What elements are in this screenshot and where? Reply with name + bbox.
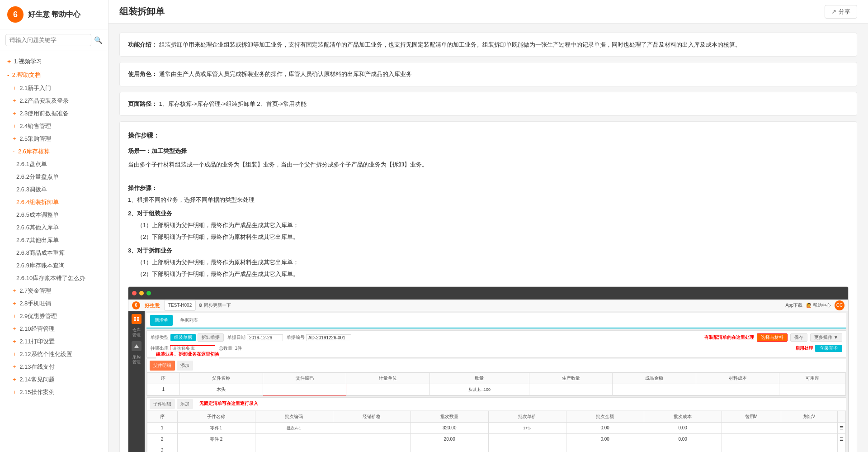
ss-top-menubar: 6 好生意 TEST-H002 ⚙ 同步更新一下 App下载 🙋 帮助中心 CC xyxy=(128,300,848,311)
sidebar-item-2-14[interactable]: + 2.14常见问题 xyxy=(0,373,108,386)
path-label: 页面路径： xyxy=(128,100,157,107)
sidebar-item-2-1[interactable]: + 2.1新手入门 xyxy=(0,82,108,95)
plus-icon-small: + xyxy=(13,123,16,129)
logo-area: 6 好生意 帮助中心 xyxy=(0,0,108,29)
ss-type-btn-disassembly[interactable]: 拆卸单据 xyxy=(198,333,224,342)
sidebar-item-2-6-6[interactable]: 2.6.6其他入库单 xyxy=(0,221,108,234)
share-button[interactable]: ↗ 分享 xyxy=(825,5,857,19)
ss-app-name: 好生意 xyxy=(145,300,160,310)
ss-add-btn[interactable]: 添加 xyxy=(177,361,193,371)
ss-ann-process: 启用处理 xyxy=(795,344,813,353)
sidebar-item-2-3[interactable]: + 2.3使用前数据准备 xyxy=(0,107,108,120)
func-intro-block: 功能介绍： 组装拆卸单用来处理企业组装或拆卸等加工业务，支持有固定装配清单的产品… xyxy=(119,33,857,57)
step3-2: （2）下部明细为子件明细，最终作为产成品生成其它入库单。 xyxy=(137,268,849,280)
sidebar-item-2-6[interactable]: - 2.6库存核算 xyxy=(0,145,108,158)
sidebar-item-2-6-7[interactable]: 2.6.7其他出库单 xyxy=(0,234,108,247)
ss-num-input[interactable] xyxy=(306,334,351,341)
th-parent-code: 父件编码 xyxy=(263,373,346,384)
ss-top-table-area: 父件明细 添加 序 父件名称 父件编码 xyxy=(146,359,846,396)
ss-tab-bar: 新增单 单据列表 xyxy=(146,313,846,328)
sidebar-item-2-6-5[interactable]: 2.6.5成本调整单 xyxy=(0,209,108,221)
table-row: 1 木头 从以上...100 xyxy=(147,384,846,395)
func-intro-label: 功能介绍： xyxy=(128,41,157,48)
ss-type-btn-assembly[interactable]: 组装单据 xyxy=(170,334,196,341)
sidebar-item-2-13[interactable]: + 2.13在线支付 xyxy=(0,361,108,373)
search-button[interactable]: 🔍 xyxy=(94,36,103,44)
sidebar-item-2-5[interactable]: + 2.5采购管理 xyxy=(0,133,108,145)
role-block: 使用角色： 通常由生产人员或库管人员完成拆装业务的操作，库管人员确认原材料的出库… xyxy=(119,62,857,86)
minus-icon-small: - xyxy=(13,148,14,155)
sidebar-item-2-8[interactable]: + 2.8手机旺铺 xyxy=(0,297,108,310)
sidebar-item-2-2[interactable]: + 2.2产品安装及登录 xyxy=(0,95,108,107)
th-no: 序 xyxy=(147,373,180,384)
app-logo: 6 xyxy=(7,6,24,23)
ss-link-help: 🙋 帮助中心 xyxy=(806,301,831,310)
scene1-title: 场景一：加工类型选择 xyxy=(128,145,849,157)
ss-date-label: 单据日期 xyxy=(227,333,245,342)
svg-rect-1 xyxy=(137,317,139,319)
op-steps-title: 操作步骤： xyxy=(128,129,849,142)
sidebar-item-2-4[interactable]: + 2.4销售管理 xyxy=(0,120,108,133)
sidebar-item-2-15[interactable]: + 2.15操作案例 xyxy=(0,386,108,399)
plus-icon-small: + xyxy=(13,376,16,383)
sidebar-item-2-6-2[interactable]: 2.6.2分量盘点单 xyxy=(0,171,108,183)
plus-icon-small: + xyxy=(13,135,16,142)
ss-process-field: 启用处理 立采完毕 xyxy=(245,344,842,353)
plus-icon-small: + xyxy=(13,338,16,345)
share-icon: ↗ xyxy=(831,8,836,15)
search-input[interactable] xyxy=(5,34,91,46)
ss-top-section-hdr: 父件明细 添加 xyxy=(147,359,846,372)
ss-app-logo: 6 xyxy=(132,301,140,309)
ss-tab-list: 单据列表 xyxy=(176,315,202,326)
ss-form-top: 单据类型 组装单据 拆卸单据 单据日期 单据编 xyxy=(146,330,846,357)
ss-num-field: 单据编号 xyxy=(287,333,351,342)
ss-parent-label: 父件明细 xyxy=(150,361,175,371)
nav-tree: + 1.视频学习 - 2.帮助文档 + 2.1新手入门 + 2.2产品安装及登录… xyxy=(0,51,108,452)
sidebar: 6 好生意 帮助中心 🔍 + 1.视频学习 - 2.帮助文档 + 2.1新手入门… xyxy=(0,0,108,452)
ss-date-input[interactable] xyxy=(247,334,283,341)
ss-add-btn-sub[interactable]: 添加 xyxy=(177,399,193,409)
table-row: 3 xyxy=(147,445,846,452)
ss-left-nav: 仓库管理 采购管理 xyxy=(128,311,145,452)
sidebar-item-docs[interactable]: - 2.帮助文档 xyxy=(0,68,108,82)
th-prod-qty: 生产数量 xyxy=(529,373,612,384)
sidebar-item-2-12[interactable]: + 2.12系统个性化设置 xyxy=(0,348,108,361)
ss-more-btn[interactable]: 更多操作 ▼ xyxy=(810,333,842,342)
ss-browser-nav xyxy=(128,287,848,300)
ss-top-controls: ⚙ 同步更新一下 xyxy=(198,301,231,310)
sidebar-item-2-10[interactable]: + 2.10经营管理 xyxy=(0,323,108,335)
role-label: 使用角色： xyxy=(128,71,157,77)
sidebar-item-2-6-3[interactable]: 2.6.3调拨单 xyxy=(0,183,108,196)
sidebar-item-label: 2.帮助文档 xyxy=(12,71,41,79)
scene1-desc: 当由多个子件材料组装成一个成品的业务为【组装】业务，当由一个父件拆分成多个子产品… xyxy=(128,159,849,171)
sidebar-item-2-9[interactable]: + 2.9优惠券管理 xyxy=(0,310,108,323)
sidebar-item-2-6-4[interactable]: 2.6.4组装拆卸单 xyxy=(0,196,108,209)
ss-save-btn[interactable]: 保存 xyxy=(790,333,807,342)
ss-process-btn[interactable]: 立采完毕 xyxy=(815,345,842,352)
plus-icon-small: + xyxy=(13,313,16,319)
sidebar-item-2-11[interactable]: + 2.11打印设置 xyxy=(0,335,108,348)
ss-link-app: App下载 xyxy=(785,301,802,310)
table-row: 2 零件 2 20.00 0.00 0.00 xyxy=(147,434,846,445)
sidebar-item-2-7[interactable]: + 2.7资金管理 xyxy=(0,285,108,297)
step2-1: （1）上部明细为父件明细，最终作为产成品生成其它入库单； xyxy=(137,219,849,231)
main-content: 组装拆卸单 ↗ 分享 功能介绍： 组装拆卸单用来处理企业组装或拆卸等加工业务，支… xyxy=(108,0,868,452)
ss-choose-bom-btn[interactable]: 选择与材料 xyxy=(757,333,788,342)
ss-tab-new: 新增单 xyxy=(150,315,173,326)
plus-icon-small: + xyxy=(13,85,16,91)
ss-bottom-table: 序 子件名称 批次编码 经销价格 批次数量 批次单价 批次金额 批次成本 xyxy=(147,411,846,452)
sidebar-item-2-6-8[interactable]: 2.6.8商品成本重算 xyxy=(0,247,108,259)
plus-icon-small: + xyxy=(13,363,16,370)
screenshot-wrapper: 6 好生意 TEST-H002 ⚙ 同步更新一下 App下载 🙋 帮助中心 CC xyxy=(128,286,849,452)
ss-top-table: 序 父件名称 父件编码 计量单位 数量 生产数量 成品金额 材料成本 xyxy=(147,372,846,395)
minus-icon: - xyxy=(7,71,9,79)
sidebar-item-video[interactable]: + 1.视频学习 xyxy=(0,55,108,68)
sidebar-item-2-6-10[interactable]: 2.6.10库存账本错了怎么办 xyxy=(0,272,108,285)
ss-nav-icon-1 xyxy=(132,314,142,324)
ss-nav-icon-2 xyxy=(132,341,142,351)
th-unit: 计量单位 xyxy=(346,373,429,384)
sidebar-item-2-6-9[interactable]: 2.6.9库存账本查询 xyxy=(0,259,108,272)
svg-rect-0 xyxy=(134,317,136,319)
step2: 2、对于组装业务 xyxy=(128,208,849,219)
sidebar-item-2-6-1[interactable]: 2.6.1盘点单 xyxy=(0,158,108,171)
